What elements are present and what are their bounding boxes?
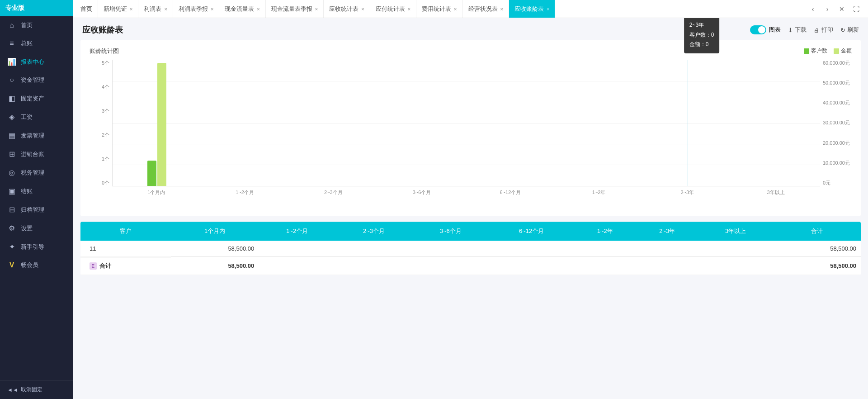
header-actions: 图表 ⬇ 下载 🖨 打印 ↻ 刷新 xyxy=(750,25,859,34)
sidebar-item-archive[interactable]: ⊟ 归档管理 xyxy=(0,200,73,219)
sidebar-item-close[interactable]: ▣ 结账 xyxy=(0,182,73,200)
tab-label: 新增凭证 xyxy=(104,5,127,13)
x-label-m6-12: 6~12个月 xyxy=(466,189,555,196)
sidebar-item-fund[interactable]: ○ 资金管理 xyxy=(0,71,73,89)
total-m3-6 xyxy=(412,257,489,275)
table-header-row: 客户 1个月内 1~2个月 2~3个月 3~6个月 6~12个月 1~2年 2~… xyxy=(80,222,861,241)
tab-close-icon[interactable]: × xyxy=(315,6,318,12)
sidebar-item-sales[interactable]: ⊞ 进销台账 xyxy=(0,145,73,163)
y-axis-right: 60,000.00元 50,000.00元 40,000.00元 30,000.… xyxy=(820,60,852,186)
sidebar-item-guide[interactable]: ✦ 新手引导 xyxy=(0,238,73,256)
gear-icon: ⚙ xyxy=(7,224,16,233)
x-label-m2-3: 2~3个月 xyxy=(289,189,378,196)
x-label-y3plus: 3年以上 xyxy=(731,189,820,196)
sidebar-item-settings[interactable]: ⚙ 设置 xyxy=(0,219,73,238)
sidebar-item-ledger[interactable]: ≡ 总账 xyxy=(0,34,73,52)
cell-total: 58,500.00 xyxy=(773,241,861,257)
x-label-y1-2: 1~2年 xyxy=(555,189,643,196)
tab-close-icon[interactable]: × xyxy=(408,6,410,12)
tab-prev-button[interactable]: ‹ xyxy=(807,3,819,15)
bar-amount-m1 xyxy=(157,63,166,186)
tab-home[interactable]: 首页 xyxy=(75,0,98,18)
chart-legend: 客户数 金额 xyxy=(804,47,852,55)
sidebar: 专业版 ⌂ 首页 ≡ 总账 📊 报表中心 ○ 资金管理 ◧ 固定资产 ◈ 工资 … xyxy=(0,0,73,399)
print-button[interactable]: 🖨 打印 xyxy=(814,26,833,34)
tab-close-icon[interactable]: × xyxy=(164,6,167,12)
home-icon: ⌂ xyxy=(7,21,16,29)
tab-close-icon[interactable]: × xyxy=(361,6,364,12)
tab-close-all-button[interactable]: ✕ xyxy=(835,3,848,15)
chart-bars: 2~3年客户数：0金额：0 xyxy=(112,60,820,186)
tab-bar: 首页 新增凭证 × 利润表 × 利润表季报 × 现金流量表 × 现金流量表季报 … xyxy=(73,0,868,18)
tab-label: 利润表季报 xyxy=(179,5,208,13)
sidebar-item-label: 总账 xyxy=(21,39,33,48)
sidebar-item-member[interactable]: V 畅会员 xyxy=(0,256,73,274)
total-y1-2 xyxy=(574,257,636,275)
bar-group-m6-12 xyxy=(467,60,555,186)
tab-cashflow[interactable]: 现金流量表 × xyxy=(219,0,265,18)
sidebar-pin-toggle[interactable]: ◄◄ 取消固定 xyxy=(0,380,73,399)
x-labels: 1个月内 1~2个月 2~3个月 3~6个月 6~12个月 1~2年 2~3年 … xyxy=(112,186,820,204)
tab-profit[interactable]: 利润表 × xyxy=(138,0,173,18)
cell-y1-2 xyxy=(574,241,636,257)
legend-amount: 金额 xyxy=(834,47,852,55)
chart-title: 账龄统计图 xyxy=(90,47,852,55)
cell-m3-6 xyxy=(412,241,489,257)
close-accounts-icon: ▣ xyxy=(7,187,16,195)
tab-voucher[interactable]: 新增凭证 × xyxy=(98,0,138,18)
legend-customer-color xyxy=(804,48,809,54)
tab-close-icon[interactable]: × xyxy=(454,6,457,12)
tab-close-icon[interactable]: × xyxy=(547,6,549,12)
table-row: 11 58,500.00 58,500.00 xyxy=(80,241,861,257)
member-icon: V xyxy=(7,261,16,269)
tab-biz-status[interactable]: 经营状况表 × xyxy=(463,0,509,18)
tab-next-button[interactable]: › xyxy=(821,3,834,15)
bar-group-y2-3: 2~3年客户数：0金额：0 xyxy=(643,60,732,186)
cell-y3plus xyxy=(698,241,773,257)
download-button[interactable]: ⬇ 下载 xyxy=(788,26,807,34)
sidebar-item-home[interactable]: ⌂ 首页 xyxy=(0,16,73,34)
sidebar-bottom-label: 取消固定 xyxy=(21,386,42,394)
refresh-button[interactable]: ↻ 刷新 xyxy=(840,26,859,34)
col-y3plus: 3年以上 xyxy=(698,222,773,241)
tab-label: 经营状况表 xyxy=(468,5,498,13)
tab-profit-quarter[interactable]: 利润表季报 × xyxy=(173,0,219,18)
tab-receivable-stat[interactable]: 应收统计表 × xyxy=(324,0,370,18)
col-customer: 客户 xyxy=(80,222,171,241)
total-label-cell: Σ 合计 xyxy=(80,257,171,275)
tab-label: 应付统计表 xyxy=(376,5,405,13)
sidebar-item-label: 结账 xyxy=(21,187,33,195)
print-icon: 🖨 xyxy=(814,27,820,33)
main-content: 首页 新增凭证 × 利润表 × 利润表季报 × 现金流量表 × 现金流量表季报 … xyxy=(73,0,868,399)
tab-expense-stat[interactable]: 费用统计表 × xyxy=(416,0,462,18)
sidebar-item-report[interactable]: 📊 报表中心 xyxy=(0,52,73,71)
tab-label: 首页 xyxy=(80,5,92,13)
tab-cashflow-quarter[interactable]: 现金流量表季报 × xyxy=(266,0,324,18)
tab-close-icon[interactable]: × xyxy=(257,6,259,12)
bar-group-y1-2 xyxy=(555,60,643,186)
cell-y2-3 xyxy=(636,241,698,257)
chart-toggle[interactable] xyxy=(750,25,766,34)
pin-icon: ◄◄ xyxy=(7,387,18,393)
total-total: 58,500.00 xyxy=(773,257,861,275)
tab-close-icon[interactable]: × xyxy=(211,6,213,12)
sidebar-item-invoice[interactable]: ▤ 发票管理 xyxy=(0,126,73,145)
tab-maximize-button[interactable]: ⛶ xyxy=(850,3,863,15)
sidebar-item-label: 畅会员 xyxy=(21,261,38,269)
table-total-row: Σ 合计 58,500.00 58,500.00 xyxy=(80,257,861,275)
sidebar-item-asset[interactable]: ◧ 固定资产 xyxy=(0,89,73,108)
col-m6-12: 6~12个月 xyxy=(489,222,574,241)
tab-close-icon[interactable]: × xyxy=(500,6,503,12)
tab-payable-stat[interactable]: 应付统计表 × xyxy=(370,0,416,18)
tab-aging[interactable]: 应收账龄表 × xyxy=(509,0,555,18)
cell-m2-3 xyxy=(335,241,412,257)
sidebar-item-salary[interactable]: ◈ 工资 xyxy=(0,108,73,126)
x-label-m3-6: 3~6个月 xyxy=(377,189,466,196)
tax-icon: ◎ xyxy=(7,168,16,177)
tab-label: 现金流量表季报 xyxy=(271,5,312,13)
sidebar-item-label: 设置 xyxy=(21,224,33,233)
bar-group-m3-6 xyxy=(378,60,467,186)
total-y3plus xyxy=(698,257,773,275)
sidebar-item-tax[interactable]: ◎ 税务管理 xyxy=(0,163,73,182)
tab-close-icon[interactable]: × xyxy=(130,6,132,12)
